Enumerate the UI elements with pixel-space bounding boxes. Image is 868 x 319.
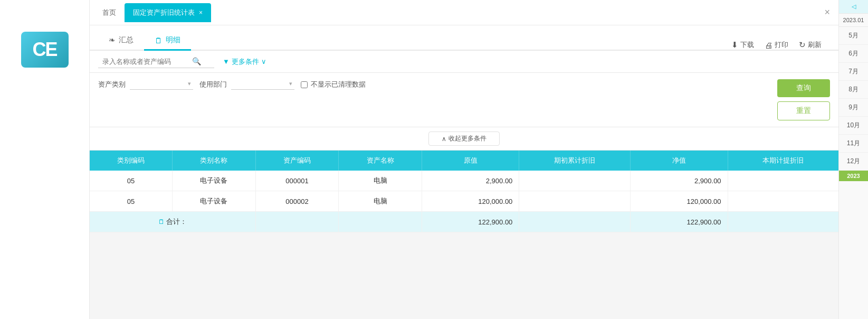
cell-current-depreciation bbox=[728, 191, 838, 212]
refresh-label: 刷新 bbox=[808, 40, 822, 50]
summary-empty-1 bbox=[255, 212, 339, 232]
asset-category-label: 资产类别 bbox=[98, 80, 126, 89]
tab-detail[interactable]: 🗒 明细 bbox=[144, 31, 191, 51]
print-icon: 🖨 bbox=[765, 41, 772, 50]
cell-original-value: 2,900.00 bbox=[422, 171, 519, 191]
nav-home[interactable]: 首页 bbox=[98, 8, 120, 17]
date-item-9[interactable]: 9月 bbox=[839, 99, 868, 117]
no-cleared-label: 不显示已清理数据 bbox=[311, 80, 366, 89]
cell-net-value: 120,000.00 bbox=[631, 191, 728, 212]
col-category-code: 类别编码 bbox=[90, 151, 173, 171]
search-wrap: 🔍 bbox=[98, 55, 214, 68]
data-table-wrap: 类别编码 类别名称 资产编码 资产名称 原值 期初累计折旧 净值 本期计提折旧 … bbox=[90, 151, 838, 319]
asset-category-group: 资产类别 bbox=[98, 79, 193, 90]
download-button[interactable]: ⬇ 下载 bbox=[731, 40, 754, 50]
department-label: 使用部门 bbox=[199, 80, 227, 89]
summary-tab-icon: ❧ bbox=[109, 35, 116, 45]
data-table: 类别编码 类别名称 资产编码 资产名称 原值 期初累计折旧 净值 本期计提折旧 … bbox=[90, 151, 838, 232]
table-header-row: 类别编码 类别名称 资产编码 资产名称 原值 期初累计折旧 净值 本期计提折旧 bbox=[90, 151, 838, 171]
filter-area: 资产类别 使用部门 不显示已清理数据 bbox=[90, 73, 838, 127]
main-content: 首页 固定资产折旧统计表 × × ❧ 汇总 🗒 明细 ⬇ 下载 🖨 打印 ↻ bbox=[90, 0, 838, 319]
date-sidebar: ◁ 2023.01 5月 6月 7月 8月 9月 10月 11月 12月 202… bbox=[838, 0, 868, 319]
tab-summary-label: 汇总 bbox=[119, 35, 133, 45]
summary-net-value: 122,900.00 bbox=[631, 212, 728, 232]
date-item-7[interactable]: 7月 bbox=[839, 63, 868, 81]
department-select[interactable] bbox=[231, 79, 294, 90]
chevron-up-icon: ∧ bbox=[442, 135, 446, 143]
cell-net-value: 2,900.00 bbox=[631, 171, 728, 191]
summary-empty-2 bbox=[339, 212, 422, 232]
filter-icon: ▼ bbox=[223, 58, 230, 65]
summary-icon: 🗒 bbox=[158, 218, 165, 226]
date-item-12[interactable]: 12月 bbox=[839, 153, 868, 171]
print-button[interactable]: 🖨 打印 bbox=[765, 40, 788, 50]
query-button[interactable]: 查询 bbox=[777, 79, 830, 97]
logo-mark: CE bbox=[21, 32, 69, 68]
date-expand-button[interactable]: ◁ bbox=[839, 0, 868, 14]
col-net-value: 净值 bbox=[631, 151, 728, 171]
sidebar-logo: CE bbox=[0, 0, 90, 319]
col-original-value: 原值 bbox=[422, 151, 519, 171]
date-item-11[interactable]: 11月 bbox=[839, 135, 868, 153]
expand-icon: ◁ bbox=[852, 3, 856, 10]
nav-tab-close-icon[interactable]: × bbox=[199, 9, 203, 16]
cell-accumulated-depreciation bbox=[519, 171, 631, 191]
date-item-6[interactable]: 6月 bbox=[839, 45, 868, 63]
filter-buttons: 查询 重置 bbox=[777, 79, 830, 120]
col-category-name: 类别名称 bbox=[173, 151, 256, 171]
cell-accumulated-depreciation bbox=[519, 191, 631, 212]
date-item-8[interactable]: 8月 bbox=[839, 81, 868, 99]
asset-category-select[interactable] bbox=[130, 79, 193, 90]
date-item-5[interactable]: 5月 bbox=[839, 27, 868, 45]
cell-original-value: 120,000.00 bbox=[422, 191, 519, 212]
collapse-bar: ∧ 收起更多条件 bbox=[90, 127, 838, 151]
top-nav: 首页 固定资产折旧统计表 × × bbox=[90, 0, 838, 25]
cell-category-name: 电子设备 bbox=[173, 171, 256, 191]
asset-category-select-wrap bbox=[130, 79, 193, 90]
collapse-label: 收起更多条件 bbox=[449, 134, 487, 143]
no-cleared-checkbox[interactable] bbox=[301, 81, 308, 88]
department-select-wrap bbox=[231, 79, 294, 90]
date-item-10[interactable]: 10月 bbox=[839, 117, 868, 135]
summary-current-depreciation bbox=[728, 212, 838, 232]
table-row: 05 电子设备 000002 电脑 120,000.00 120,000.00 bbox=[90, 191, 838, 212]
download-icon: ⬇ bbox=[731, 40, 738, 50]
cell-current-depreciation bbox=[728, 171, 838, 191]
tab-bar: ❧ 汇总 🗒 明细 ⬇ 下载 🖨 打印 ↻ 刷新 bbox=[90, 25, 838, 51]
tab-detail-label: 明细 bbox=[166, 35, 180, 45]
cell-category-code: 05 bbox=[90, 171, 173, 191]
cell-asset-code: 000001 bbox=[255, 171, 339, 191]
cell-asset-code: 000002 bbox=[255, 191, 339, 212]
collapse-button[interactable]: ∧ 收起更多条件 bbox=[428, 132, 500, 146]
cell-category-code: 05 bbox=[90, 191, 173, 212]
tab-summary[interactable]: ❧ 汇总 bbox=[98, 31, 144, 51]
search-toolbar: 🔍 ▼ 更多条件 ∨ bbox=[90, 51, 838, 73]
download-label: 下载 bbox=[740, 40, 754, 50]
no-cleared-group: 不显示已清理数据 bbox=[301, 80, 366, 89]
department-group: 使用部门 bbox=[199, 79, 294, 90]
search-input[interactable] bbox=[102, 58, 192, 65]
table-row: 05 电子设备 000001 电脑 2,900.00 2,900.00 bbox=[90, 171, 838, 191]
nav-tab-label: 固定资产折旧统计表 bbox=[133, 8, 195, 17]
more-filter-button[interactable]: ▼ 更多条件 ∨ bbox=[223, 57, 266, 67]
col-accumulated-depreciation: 期初累计折旧 bbox=[519, 151, 631, 171]
filter-row: 资产类别 使用部门 不显示已清理数据 bbox=[98, 79, 366, 90]
window-close-icon[interactable]: × bbox=[824, 7, 830, 18]
col-current-depreciation: 本期计提折旧 bbox=[728, 151, 838, 171]
print-label: 打印 bbox=[775, 40, 788, 50]
detail-tab-icon: 🗒 bbox=[155, 36, 163, 45]
cell-asset-name: 电脑 bbox=[339, 191, 422, 212]
reset-button[interactable]: 重置 bbox=[777, 101, 830, 120]
col-asset-name: 资产名称 bbox=[339, 151, 422, 171]
nav-tab-active[interactable]: 固定资产折旧统计表 × bbox=[125, 3, 211, 22]
cell-asset-name: 电脑 bbox=[339, 171, 422, 191]
refresh-icon: ↻ bbox=[799, 40, 806, 50]
chevron-down-icon: ∨ bbox=[261, 58, 266, 65]
col-asset-code: 资产编码 bbox=[255, 151, 339, 171]
search-icon[interactable]: 🔍 bbox=[192, 57, 201, 65]
summary-label-cell: 🗒 合计： bbox=[90, 212, 255, 232]
refresh-button[interactable]: ↻ 刷新 bbox=[799, 40, 822, 50]
more-filter-label: 更多条件 bbox=[232, 57, 259, 67]
cell-category-name: 电子设备 bbox=[173, 191, 256, 212]
date-year-badge: 2023 bbox=[839, 171, 868, 181]
